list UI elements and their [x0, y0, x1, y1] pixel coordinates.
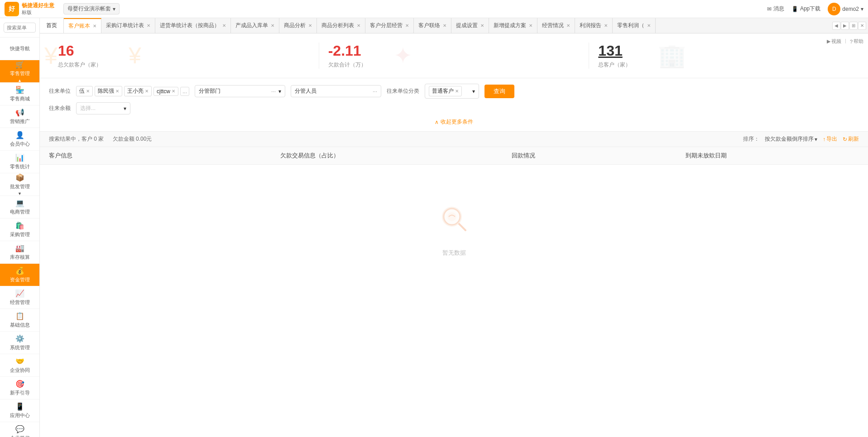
- tab-close-all-btn[interactable]: ✕: [858, 22, 866, 30]
- col-debt-transaction: 欠款交易信息（占比）: [280, 152, 512, 160]
- refresh-icon: ↻: [843, 136, 847, 142]
- tab-add-plan[interactable]: 新增提成方案 ✕: [489, 18, 537, 33]
- dept-selector[interactable]: 分管部门 ··· ▾: [195, 85, 285, 97]
- user-avatar-area[interactable]: D demo2 ▾: [828, 3, 863, 15]
- refresh-button[interactable]: ↻ 刷新: [843, 135, 859, 143]
- category-selector[interactable]: 普通客户 ✕ ▾: [425, 84, 479, 99]
- tab-close-cost-inbound[interactable]: ✕: [271, 23, 274, 28]
- tab-close-customer-capital[interactable]: ✕: [93, 24, 96, 28]
- tab-purchase-order-stat[interactable]: 采购订单统计表 ✕: [101, 18, 155, 33]
- marketing-icon: 📢: [15, 108, 24, 117]
- tab-goods-analysis-list[interactable]: 商品分析列表 ✕: [317, 18, 365, 33]
- tab-customer-segment[interactable]: 客户分层经营 ✕: [365, 18, 414, 33]
- filter-tag-wu[interactable]: 伍 ✕: [76, 86, 93, 96]
- collapse-button[interactable]: ∧ 收起更多条件: [49, 118, 859, 126]
- results-actions: 排序： 按欠款金额倒序排序 ▾ ↑ 导出 ↻ 刷新: [743, 135, 859, 143]
- logo-area: 好 畅捷通好生意 标版: [5, 2, 54, 16]
- person-selector[interactable]: 分管人员 ···: [291, 85, 381, 97]
- sidebar-item-operation[interactable]: 📈 经营管理: [0, 286, 39, 309]
- col-repayment: 回款情况: [512, 152, 685, 160]
- query-button[interactable]: 查询: [484, 85, 514, 98]
- table-header: 客户信息 欠款交易信息（占比） 回款情况 到期未放欸日期: [40, 147, 868, 165]
- sidebar-item-inventory[interactable]: 🏭 库存核算: [0, 241, 39, 264]
- stat-debt-total-label: 欠款合计（万）: [328, 61, 366, 69]
- tab-scroll-right[interactable]: ▶: [841, 22, 849, 30]
- tab-bar: 首页 客户账本 ✕ 采购订单统计表 ✕ 进货单统计表（按商品） ✕ 产成品入库单…: [40, 18, 868, 33]
- play-icon: ▶: [827, 38, 830, 44]
- mall-icon: 🏪: [15, 86, 24, 94]
- cooperation-icon: 🤝: [15, 357, 24, 366]
- tab-close-purchase-order-stat[interactable]: ✕: [147, 23, 150, 28]
- tab-biz-situation[interactable]: 经营情况 ✕: [537, 18, 575, 33]
- message-button[interactable]: ✉ 消息: [767, 5, 784, 13]
- newbie-icon: 🎯: [15, 380, 24, 388]
- chevron-icon: ▲: [18, 78, 22, 83]
- tab-close-customer-segment[interactable]: ✕: [405, 23, 409, 28]
- tag-close-normal[interactable]: ✕: [455, 89, 459, 94]
- tab-expand-btn[interactable]: ⊞: [849, 22, 858, 30]
- tab-customer-capital[interactable]: 客户账本 ✕: [64, 18, 101, 33]
- svg-line-2: [459, 224, 465, 230]
- tab-close-inbound-stat[interactable]: ✕: [222, 23, 226, 28]
- tab-cost-inbound[interactable]: 产成品入库单 ✕: [231, 18, 279, 33]
- tab-close-goods-analysis-list[interactable]: ✕: [357, 23, 360, 28]
- more-tags-btn[interactable]: ...: [180, 87, 189, 96]
- filter-row-1: 往来单位 伍 ✕ 陈民强 ✕ 王小亮: [49, 84, 859, 99]
- filter-tag-normal-customer[interactable]: 普通客户 ✕: [429, 86, 462, 96]
- tab-inbound-stat[interactable]: 进货单统计表（按商品） ✕: [155, 18, 231, 33]
- tab-close-retail-profit[interactable]: ✕: [647, 23, 651, 28]
- tab-close-reminder-settings[interactable]: ✕: [480, 23, 484, 28]
- sidebar-item-retail[interactable]: 🛒 零售管理 ▲: [0, 60, 39, 83]
- sidebar-item-capital[interactable]: 💰 资金管理: [0, 264, 39, 286]
- tag-close-cjttcw[interactable]: ✕: [172, 89, 175, 94]
- message-icon: ✉: [767, 6, 772, 12]
- tab-profit-report[interactable]: 利润报告 ✕: [575, 18, 613, 33]
- tab-home[interactable]: 首页: [40, 18, 64, 33]
- help-button[interactable]: ? 帮助: [850, 38, 863, 45]
- results-summary: 搜索结果中，客户 0 家 欠款金额 0.00元: [49, 135, 152, 143]
- tab-close-biz-situation[interactable]: ✕: [566, 23, 570, 28]
- tab-retail-profit[interactable]: 零售利润（ ✕: [613, 18, 656, 33]
- tag-close-chen[interactable]: ✕: [115, 89, 119, 94]
- tab-close-profit-report[interactable]: ✕: [604, 23, 608, 28]
- stat-block-debt-customers: 16 总欠款客户（家） ¥: [49, 38, 319, 73]
- sidebar-item-newbie[interactable]: 🎯 新手引导: [0, 377, 39, 399]
- sidebar-item-purchase[interactable]: 🛍️ 采购管理: [0, 218, 39, 241]
- store-selector[interactable]: 母婴行业演示帐套 ▾: [63, 3, 120, 14]
- sidebar-item-system[interactable]: ⚙️ 系统管理: [0, 332, 39, 354]
- sidebar-item-member[interactable]: 👤 会员中心: [0, 128, 39, 151]
- filter-tag-chenminqiang[interactable]: 陈民强 ✕: [95, 86, 122, 96]
- sort-selector[interactable]: 按欠款金额倒序排序 ▾: [765, 135, 817, 143]
- tab-close-goods-analysis[interactable]: ✕: [308, 23, 312, 28]
- tag-close-wang[interactable]: ✕: [145, 89, 149, 94]
- tag-close-wu[interactable]: ✕: [86, 89, 90, 94]
- tab-close-add-plan[interactable]: ✕: [529, 23, 532, 28]
- export-button[interactable]: ↑ 导出: [823, 135, 837, 143]
- app-download-button[interactable]: 📱 App下载: [791, 5, 820, 13]
- sidebar-item-wechat-biz[interactable]: 💬 企业微信: [0, 422, 39, 437]
- stat-debt-customers-label: 总欠款客户（家）: [58, 61, 101, 69]
- sidebar-item-marketing[interactable]: 📢 营销推广: [0, 105, 39, 128]
- category-label: 往来单位分类: [387, 87, 419, 95]
- sidebar-item-ecommerce[interactable]: 💻 电商管理: [0, 196, 39, 218]
- results-bar: 搜索结果中，客户 0 家 欠款金额 0.00元 排序： 按欠款金额倒序排序 ▾: [40, 132, 868, 147]
- video-button[interactable]: ▶ 视频: [827, 38, 841, 45]
- tab-reminder-settings[interactable]: 提成设置 ✕: [451, 18, 489, 33]
- tab-goods-analysis[interactable]: 商品分析 ✕: [279, 18, 317, 33]
- search-input[interactable]: [4, 23, 36, 33]
- filter-tag-cjttcw[interactable]: cjttcw ✕: [153, 87, 178, 96]
- tab-close-customer-contact[interactable]: ✕: [443, 23, 446, 28]
- sidebar-item-retail-mall[interactable]: 🏪 零售商城: [0, 83, 39, 105]
- filter-tag-wangxiaoliang[interactable]: 王小亮 ✕: [124, 86, 152, 96]
- sidebar-item-basic-info[interactable]: 📋 基础信息: [0, 309, 39, 332]
- sidebar-item-app-center[interactable]: 📱 应用中心: [0, 399, 39, 422]
- tab-customer-contact[interactable]: 客户联络 ✕: [414, 18, 451, 33]
- sidebar-item-retail-stats[interactable]: 📊 零售统计: [0, 151, 39, 173]
- remain-placeholder: 选择...: [80, 104, 96, 112]
- sidebar-item-wholesale[interactable]: 📦 批发管理 ▼: [0, 173, 39, 196]
- remain-selector[interactable]: 选择... ▾: [76, 102, 130, 114]
- sidebar-item-cooperation[interactable]: 🤝 企业协同: [0, 354, 39, 377]
- member-icon: 👤: [15, 131, 24, 139]
- debt-value: 0.00元: [136, 136, 152, 142]
- tab-scroll-left[interactable]: ◀: [832, 22, 840, 30]
